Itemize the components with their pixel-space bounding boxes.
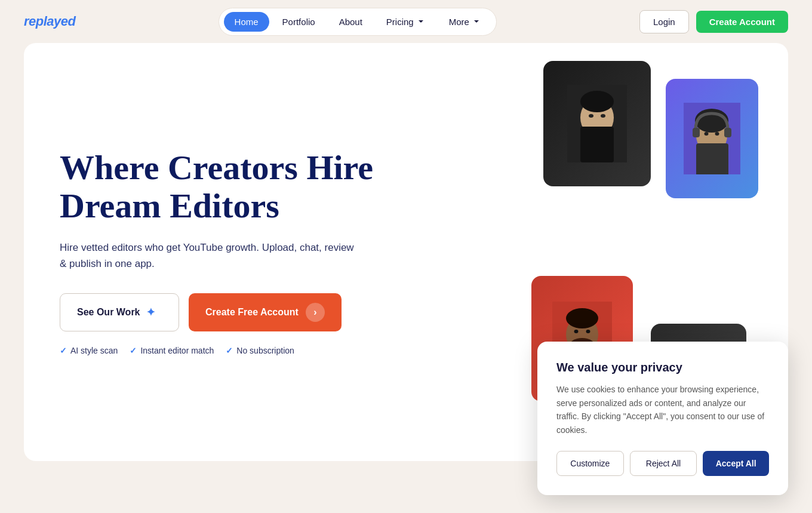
svg-rect-10	[693, 128, 700, 137]
hero-buttons: See Our Work ✦ Create Free Account ›	[60, 293, 373, 331]
reject-all-button[interactable]: Reject All	[630, 451, 697, 476]
feature-instant-editor-match: ✓ Instant editor match	[130, 346, 214, 355]
create-free-account-button[interactable]: Create Free Account ›	[189, 293, 342, 331]
login-button[interactable]: Login	[639, 10, 689, 33]
cookie-title: We value your privacy	[556, 361, 769, 374]
hero-features: ✓ AI style scan ✓ Instant editor match ✓…	[60, 346, 373, 355]
svg-point-3	[580, 91, 614, 112]
check-icon-2: ✓	[130, 346, 137, 355]
svg-rect-8	[696, 143, 728, 174]
feature-no-subscription: ✓ No subscription	[226, 346, 294, 355]
svg-rect-11	[724, 128, 731, 137]
svg-point-13	[715, 132, 719, 136]
svg-point-5	[601, 114, 605, 118]
chevron-down-icon	[417, 17, 425, 26]
nav-item-home[interactable]: Home	[224, 12, 269, 32]
svg-point-12	[705, 132, 709, 136]
svg-point-4	[589, 114, 593, 118]
feature-ai-style-scan: ✓ AI style scan	[60, 346, 118, 355]
svg-point-20	[586, 330, 590, 333]
accept-all-button[interactable]: Accept All	[703, 451, 769, 476]
svg-rect-2	[580, 127, 614, 162]
cookie-banner: We value your privacy We use cookies to …	[537, 342, 788, 495]
editor-photo-2	[666, 79, 758, 198]
nav-links: Home Portfolio About Pricing More	[219, 8, 497, 36]
hero-title: Where Creators Hire Dream Editors	[60, 149, 373, 225]
hero-subtitle: Hire vetted editors who get YouTube grow…	[60, 239, 358, 272]
check-icon-3: ✓	[226, 346, 233, 355]
check-icon: ✓	[60, 346, 67, 355]
cookie-body: We use cookies to enhance your browsing …	[556, 383, 769, 437]
cookie-buttons: Customize Reject All Accept All	[556, 451, 769, 476]
customize-button[interactable]: Customize	[556, 451, 624, 476]
sparkle-icon: ✦	[146, 306, 155, 319]
hero-left: Where Creators Hire Dream Editors Hire v…	[24, 101, 409, 403]
nav-item-more[interactable]: More	[438, 12, 491, 32]
chevron-down-icon-more	[472, 17, 481, 26]
nav-actions: Login Create Account	[639, 10, 788, 33]
nav-item-about[interactable]: About	[328, 12, 373, 32]
svg-point-18	[566, 308, 598, 328]
nav-item-pricing[interactable]: Pricing	[376, 12, 436, 32]
editor-photo-1	[543, 61, 651, 186]
svg-point-19	[574, 330, 579, 333]
create-account-button[interactable]: Create Account	[696, 11, 788, 33]
navbar: replayed Home Portfolio About Pricing Mo…	[0, 0, 812, 43]
arrow-right-icon: ›	[306, 303, 325, 322]
see-our-work-button[interactable]: See Our Work ✦	[60, 293, 179, 331]
brand-logo[interactable]: replayed	[24, 14, 76, 29]
nav-item-portfolio[interactable]: Portfolio	[272, 12, 326, 32]
